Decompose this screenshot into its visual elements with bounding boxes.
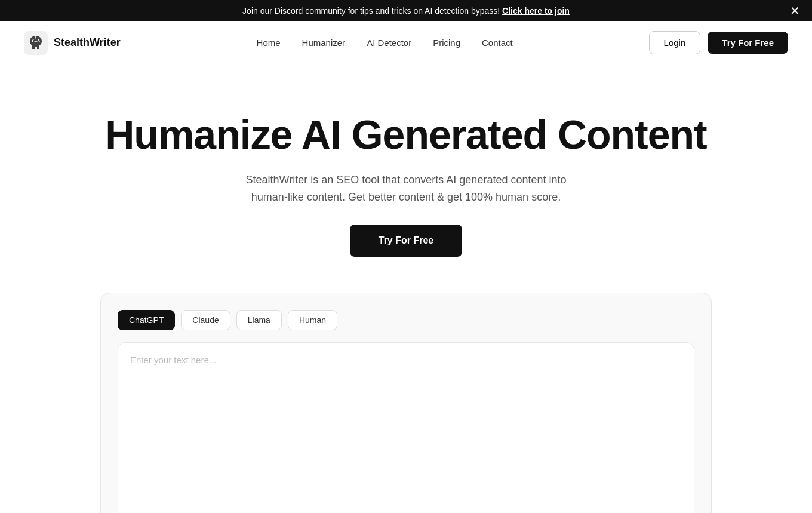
try-free-hero-button[interactable]: Try For Free: [350, 225, 462, 257]
nav-humanizer[interactable]: Humanizer: [302, 38, 346, 48]
text-input[interactable]: [118, 342, 694, 513]
tab-llama[interactable]: Llama: [236, 310, 282, 330]
hero-title: Humanize AI Generated Content: [24, 112, 788, 157]
hero-subtitle: StealthWriter is an SEO tool that conver…: [227, 171, 585, 206]
editor-container: ChatGPT Claude Llama Human: [100, 293, 712, 513]
nav-home[interactable]: Home: [257, 38, 281, 48]
nav-actions: Login Try For Free: [649, 31, 788, 54]
login-button[interactable]: Login: [649, 31, 701, 54]
nav-contact[interactable]: Contact: [482, 38, 513, 48]
banner-close-button[interactable]: ✕: [790, 5, 800, 17]
tab-claude[interactable]: Claude: [181, 310, 230, 330]
try-free-nav-button[interactable]: Try For Free: [708, 32, 788, 54]
banner-link[interactable]: Click here to join: [502, 6, 570, 16]
logo-icon: [24, 31, 48, 55]
top-banner: Join our Discord community for tips and …: [0, 0, 812, 21]
tab-human[interactable]: Human: [288, 310, 337, 330]
logo[interactable]: StealthWriter: [24, 31, 121, 55]
tab-buttons: ChatGPT Claude Llama Human: [118, 310, 694, 330]
navbar: StealthWriter Home Humanizer AI Detector…: [0, 21, 812, 64]
banner-text: Join our Discord community for tips and …: [242, 6, 500, 16]
nav-ai-detector[interactable]: AI Detector: [367, 38, 411, 48]
hero-section: Humanize AI Generated Content StealthWri…: [0, 64, 812, 281]
nav-pricing[interactable]: Pricing: [433, 38, 460, 48]
logo-text: StealthWriter: [54, 36, 121, 49]
nav-links: Home Humanizer AI Detector Pricing Conta…: [257, 38, 513, 48]
main-content: ChatGPT Claude Llama Human: [0, 281, 812, 513]
tab-chatgpt[interactable]: ChatGPT: [118, 310, 175, 330]
